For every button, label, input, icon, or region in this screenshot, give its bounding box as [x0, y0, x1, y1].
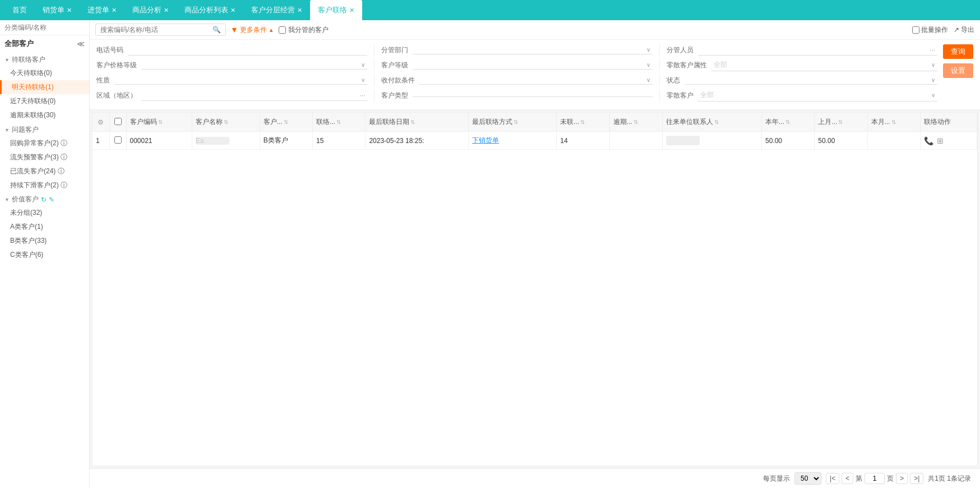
toolbar-search-input[interactable]	[100, 26, 212, 34]
per-page-label: 每页显示	[763, 474, 790, 484]
status-select[interactable]: ∨	[685, 76, 937, 85]
row-this-year: 50.00	[762, 132, 815, 150]
sidebar-item-tomorrow[interactable]: 明天待联络(1)	[0, 80, 89, 94]
person-select[interactable]: ···	[698, 45, 937, 56]
setting-button[interactable]: 设置	[943, 63, 973, 78]
customer-grade-select[interactable]: ∨	[413, 61, 652, 70]
my-customers-checkbox-label[interactable]: 我分管的客户	[279, 25, 329, 35]
first-page-btn[interactable]: |<	[826, 473, 839, 484]
customer-type-select[interactable]	[413, 94, 652, 97]
nav-product-analysis-close[interactable]: ✕	[164, 7, 169, 14]
col-overdue[interactable]: 逾期...⇅	[609, 113, 662, 132]
retail-attr-select[interactable]: 全部 ∨	[711, 59, 937, 71]
sidebar-item-classB[interactable]: B类客户(33)	[0, 234, 89, 248]
col-this-month[interactable]: 本月...⇅	[867, 113, 920, 132]
dept-select[interactable]: ∨	[413, 45, 652, 54]
col-checkbox[interactable]	[109, 113, 126, 132]
sidebar-all-customers[interactable]: 全部客户 ≪	[0, 35, 89, 52]
sidebar-item-overdue[interactable]: 逾期未联络(30)	[0, 108, 89, 122]
batch-checkbox[interactable]	[912, 26, 919, 34]
filter-buttons: 查询 设置	[943, 44, 973, 78]
more-filters-btn[interactable]: ▼ 更多条件 ▲	[230, 25, 274, 35]
page-input[interactable]	[865, 473, 885, 484]
action-grid-icon[interactable]: ⊞	[937, 136, 944, 145]
row-checkbox-cell[interactable]	[109, 132, 126, 150]
value-refresh-icon[interactable]: ↻	[41, 196, 47, 204]
sidebar-item-ungrouped[interactable]: 未分组(32)	[0, 206, 89, 220]
last-method-link[interactable]: 下销货单	[472, 136, 499, 144]
next-page-btn[interactable]: >	[896, 473, 908, 484]
last-page-btn[interactable]: >|	[910, 473, 923, 484]
nav-product-analysis-list[interactable]: 商品分析列表 ✕	[177, 0, 243, 20]
nature-select[interactable]: ∨	[114, 76, 367, 85]
row-last-date: 2023-05-23 18:25:	[366, 132, 469, 150]
data-table-container: ⚙ 客户编码⇅ 客户名称⇅ 客户...⇅ 联络...⇅ 最后联络日期⇅ 最后联络…	[92, 112, 978, 466]
col-last-method[interactable]: 最后联络方式⇅	[469, 113, 557, 132]
nav-home[interactable]: 首页	[4, 0, 35, 20]
sidebar-search-input[interactable]	[4, 24, 89, 31]
export-btn[interactable]: ↗ 导出	[954, 25, 974, 35]
col-no-contact[interactable]: 未联...⇅	[557, 113, 609, 132]
col-this-year[interactable]: 本年...⇅	[762, 113, 815, 132]
row-checkbox[interactable]	[114, 136, 122, 144]
nav-customer-contact[interactable]: 客户联络 ✕	[310, 0, 362, 20]
query-button[interactable]: 查询	[943, 44, 973, 59]
sidebar-item-repurchase-abnormal[interactable]: 回购异常客户(2) ⓘ	[0, 136, 89, 150]
payment-select[interactable]: ∨	[419, 76, 652, 85]
nav-customer-contact-close[interactable]: ✕	[349, 7, 354, 14]
filter-phone: 电话号码	[96, 45, 367, 56]
nav-product-analysis[interactable]: 商品分析 ✕	[124, 0, 177, 20]
sidebar-item-churned[interactable]: 已流失客户(24) ⓘ	[0, 164, 89, 178]
sidebar-item-classC[interactable]: C类客户(6)	[0, 248, 89, 262]
nav-customer-tier[interactable]: 客户分层经营 ✕	[243, 0, 310, 20]
row-last-method[interactable]: 下销货单	[469, 132, 557, 150]
toolbar-search-icon[interactable]: 🔍	[212, 26, 221, 34]
select-all-checkbox[interactable]	[114, 118, 122, 125]
toolbar: 🔍 ▼ 更多条件 ▲ 我分管的客户 批量操作 ↗ 导出	[90, 20, 980, 40]
sidebar-item-churn-warning[interactable]: 流失预警客户(3) ⓘ	[0, 150, 89, 164]
retail-customer-select[interactable]: 全部 ∨	[698, 89, 937, 102]
retail-customer-value: 全部	[700, 90, 931, 100]
col-name[interactable]: 客户名称⇅	[192, 113, 260, 132]
col-unit-contact[interactable]: 往来单位联系人⇅	[663, 113, 762, 132]
nav-customer-tier-close[interactable]: ✕	[297, 7, 302, 14]
sidebar-item-classA[interactable]: A类客户(1)	[0, 220, 89, 234]
filter-row-4: 区域（地区） ··· 客户类型	[96, 89, 937, 102]
sidebar-group-value: 价值客户 ↻✎	[0, 192, 89, 206]
region-select[interactable]: ···	[141, 90, 367, 101]
prev-page-btn[interactable]: <	[842, 473, 853, 484]
price-grade-select[interactable]: ∨	[141, 61, 367, 70]
sidebar: 🔍 全部客户 ≪ 待联络客户 今天待联络(0) 明天待联络(1) 近7天待联络(…	[0, 20, 90, 488]
action-icons: 📞 ⊞	[924, 136, 973, 145]
nav-purchase-close[interactable]: ✕	[112, 7, 117, 14]
col-contacts[interactable]: 联络...⇅	[313, 113, 366, 132]
dept-label: 分管部门	[381, 45, 408, 55]
sidebar-collapse-icon[interactable]: ≪	[77, 40, 85, 48]
col-type[interactable]: 客户...⇅	[260, 113, 312, 132]
my-customers-checkbox[interactable]	[279, 26, 286, 34]
filter-retail-attr: 零散客户属性 全部 ∨	[667, 59, 937, 71]
nav-product-analysis-list-close[interactable]: ✕	[230, 7, 235, 14]
price-grade-label: 客户价格等级	[96, 61, 137, 70]
sidebar-item-today[interactable]: 今天待联络(0)	[0, 66, 89, 80]
col-settings[interactable]: ⚙	[93, 113, 109, 132]
col-code[interactable]: 客户编码⇅	[126, 113, 192, 132]
nav-sales[interactable]: 销货单 ✕	[35, 0, 80, 20]
sidebar-item-declining[interactable]: 持续下滑客户(2) ⓘ	[0, 178, 89, 192]
nav-sales-close[interactable]: ✕	[67, 7, 72, 14]
col-last-date[interactable]: 最后联络日期⇅	[366, 113, 469, 132]
sidebar-all-label: 全部客户	[4, 39, 34, 49]
action-phone-icon[interactable]: 📞	[924, 136, 933, 145]
person-label: 分管人员	[667, 45, 694, 55]
row-last-month: 50.00	[815, 132, 867, 150]
col-last-month[interactable]: 上月...⇅	[815, 113, 867, 132]
main-layout: 🔍 全部客户 ≪ 待联络客户 今天待联络(0) 明天待联络(1) 近7天待联络(…	[0, 20, 980, 488]
batch-operation-btn[interactable]: 批量操作	[912, 25, 948, 35]
per-page-select[interactable]: 50	[794, 472, 821, 485]
filter-chevron: ▲	[269, 27, 274, 33]
value-edit-icon[interactable]: ✎	[49, 196, 54, 204]
nav-purchase[interactable]: 进货单 ✕	[80, 0, 124, 20]
sidebar-item-7days[interactable]: 近7天待联络(0)	[0, 94, 89, 108]
phone-input[interactable]	[128, 45, 367, 56]
page-suffix: 页	[887, 474, 894, 484]
